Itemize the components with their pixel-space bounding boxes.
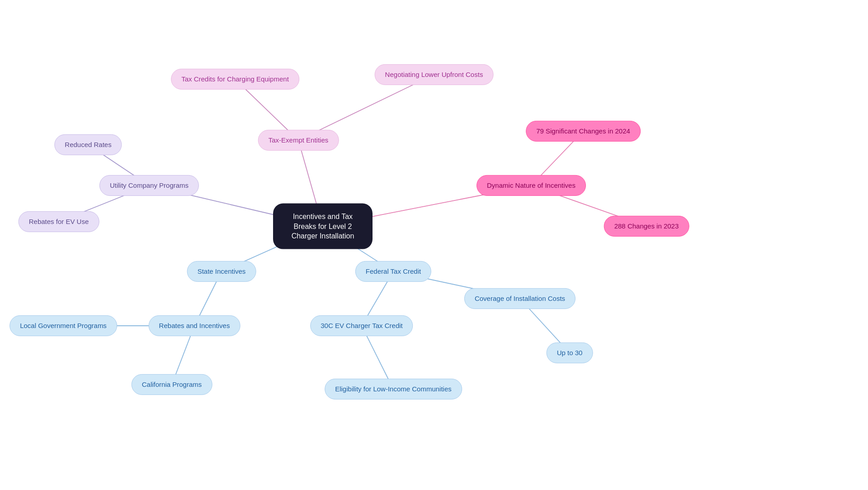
node-center: Incentives and Tax Breaks for Level 2 Ch… <box>273 204 373 249</box>
node-tax_exempt: Tax-Exempt Entities <box>258 130 339 151</box>
node-coverage_installation: Coverage of Installation Costs <box>464 288 576 309</box>
node-reduced_rates: Reduced Rates <box>54 134 122 155</box>
node-rebates_ev_use: Rebates for EV Use <box>19 211 99 232</box>
node-california_programs: California Programs <box>132 374 212 395</box>
node-eligibility_low_income: Eligibility for Low-Income Communities <box>325 379 462 400</box>
node-dynamic_nature: Dynamic Nature of Incentives <box>476 175 586 196</box>
node-rebates_incentives: Rebates and Incentives <box>149 315 241 336</box>
node-tax_credits_charging: Tax Credits for Charging Equipment <box>171 69 299 90</box>
mind-map-container: Incentives and Tax Breaks for Level 2 Ch… <box>0 0 868 490</box>
node-utility_company: Utility Company Programs <box>99 175 199 196</box>
node-local_gov: Local Government Programs <box>9 315 117 336</box>
node-negotiating_lower: Negotiating Lower Upfront Costs <box>375 64 494 85</box>
node-up_to_30: Up to 30 <box>547 343 593 363</box>
node-changes_2023: 288 Changes in 2023 <box>604 216 689 237</box>
node-federal_tax: Federal Tax Credit <box>355 261 431 282</box>
node-ev_charger_30c: 30C EV Charger Tax Credit <box>310 315 413 336</box>
node-state_incentives: State Incentives <box>187 261 256 282</box>
node-changes_2024: 79 Significant Changes in 2024 <box>526 121 641 142</box>
